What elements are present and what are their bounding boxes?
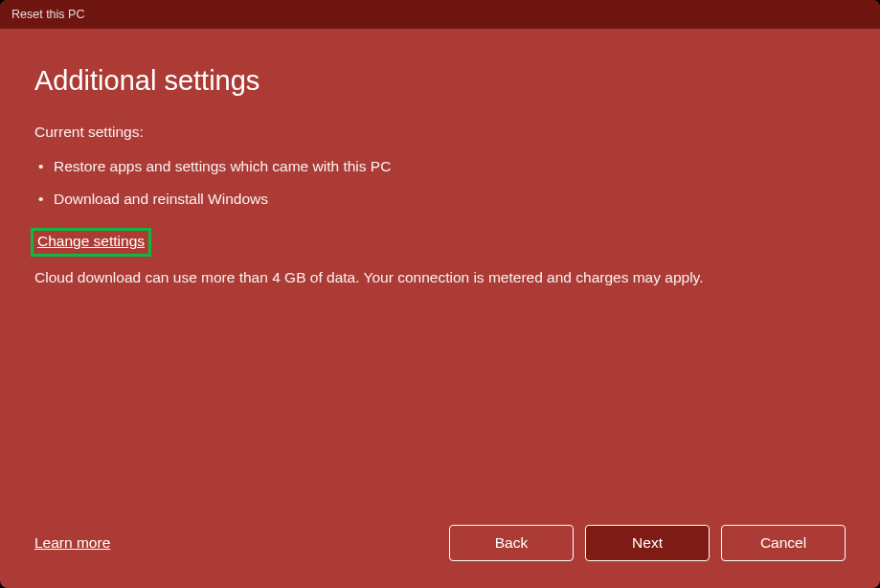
next-button[interactable]: Next [585, 525, 710, 561]
change-settings-link[interactable]: Change settings [37, 233, 145, 249]
window-title: Reset this PC [11, 8, 84, 21]
current-settings-label: Current settings: [34, 124, 846, 141]
content-area: Additional settings Current settings: Re… [0, 29, 880, 588]
learn-more-link[interactable]: Learn more [34, 534, 110, 552]
highlight-box: Change settings [31, 228, 151, 257]
back-button[interactable]: Back [449, 525, 574, 561]
reset-pc-window: Reset this PC Additional settings Curren… [0, 0, 880, 588]
settings-list: Restore apps and settings which came wit… [34, 150, 846, 215]
button-row: Back Next Cancel [449, 525, 846, 561]
list-item: Download and reinstall Windows [34, 183, 846, 215]
info-text: Cloud download can use more than 4 GB of… [34, 266, 820, 289]
cancel-button[interactable]: Cancel [721, 525, 846, 561]
page-title: Additional settings [34, 65, 846, 97]
titlebar: Reset this PC [0, 0, 880, 29]
list-item: Restore apps and settings which came wit… [34, 150, 846, 183]
footer: Learn more Back Next Cancel [34, 525, 846, 561]
